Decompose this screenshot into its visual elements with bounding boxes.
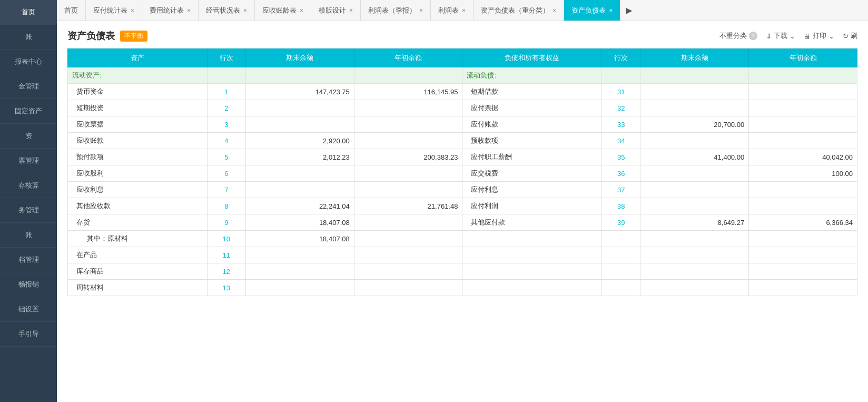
end-balance[interactable] (245, 280, 354, 296)
sidebar-item-report-center[interactable]: 报表中心 (0, 50, 57, 74)
status-badge: 不平衡 (120, 31, 147, 42)
end-balance[interactable] (245, 247, 354, 263)
liability-year-start[interactable] (749, 100, 857, 116)
sidebar-item-fund-mgmt[interactable]: 金管理 (0, 74, 57, 99)
year-start-balance[interactable] (354, 116, 462, 133)
header-liability: 负债和所有者权益 (462, 49, 602, 67)
sidebar-item-expense[interactable]: 畅报销 (0, 272, 57, 297)
liability-year-start[interactable] (749, 116, 857, 133)
year-start-balance[interactable] (354, 100, 462, 116)
year-start-balance[interactable]: 116,145.95 (354, 84, 462, 100)
download-button[interactable]: ⇓ 下载 ⌄ (766, 31, 795, 41)
tab-balance-sheet[interactable]: 资产负债表× (564, 0, 620, 21)
liability-end-balance[interactable] (640, 100, 749, 116)
sidebar-item-guide[interactable]: 手引导 (0, 322, 57, 347)
end-balance[interactable]: 22,241.04 (245, 198, 354, 214)
liability-end-balance[interactable] (640, 182, 749, 198)
sidebar-item-invoice-mgmt[interactable]: 票管理 (0, 149, 57, 173)
close-tab-balance[interactable]: × (609, 7, 613, 14)
refresh-label: 刷 (851, 31, 857, 41)
sidebar-item-account[interactable]: 账 (0, 25, 57, 50)
end-balance[interactable]: 18,407.08 (245, 231, 354, 247)
refresh-button[interactable]: ↻ 刷 (843, 31, 857, 41)
asset-label: 库存商品 (68, 263, 208, 280)
end-balance[interactable] (245, 116, 354, 133)
year-start-balance[interactable] (354, 231, 462, 247)
close-tab-payable-stats[interactable]: × (131, 7, 134, 14)
sidebar-item-basic-settings[interactable]: 础设置 (0, 297, 57, 322)
sidebar-item-fixed-assets[interactable]: 固定资产 (0, 99, 57, 124)
sidebar-item-tax-mgmt[interactable]: 务管理 (0, 198, 57, 223)
liability-year-start[interactable] (749, 263, 857, 280)
sidebar-item-ledger[interactable]: 账 (0, 223, 57, 248)
close-tab-profit-q[interactable]: × (419, 7, 423, 14)
liability-end-balance[interactable] (640, 247, 749, 263)
row-num: 6 (207, 165, 245, 182)
liability-end-balance[interactable]: 20,700.00 (640, 116, 749, 133)
end-balance[interactable] (245, 182, 354, 198)
liability-end-balance[interactable] (640, 280, 749, 296)
liability-year-start[interactable]: 100.00 (749, 165, 857, 182)
close-tab-expense-stats[interactable]: × (187, 7, 191, 14)
liability-end-balance[interactable] (640, 263, 749, 280)
year-start-balance[interactable] (354, 214, 462, 231)
tab-template-design[interactable]: 模版设计× (311, 0, 361, 21)
print-label: 打印 (813, 31, 826, 41)
liability-year-start[interactable] (749, 182, 857, 198)
liability-year-start[interactable] (749, 84, 857, 100)
liability-year-start[interactable] (749, 280, 857, 296)
tab-payable-stats[interactable]: 应付统计表× (86, 0, 142, 21)
tab-expense-stats[interactable]: 费用统计表× (142, 0, 199, 21)
sidebar-item-inventory[interactable]: 存核算 (0, 173, 57, 198)
close-tab-template[interactable]: × (349, 7, 353, 14)
liability-end-balance[interactable] (640, 133, 749, 149)
liability-row-num (601, 280, 640, 296)
end-balance[interactable]: 18,407.08 (245, 214, 354, 231)
close-tab-profit[interactable]: × (462, 7, 466, 14)
close-tab-aging[interactable]: × (300, 7, 303, 14)
liability-end-balance[interactable]: 8,649.27 (640, 214, 749, 231)
row-num: 13 (207, 280, 245, 296)
year-start-balance[interactable] (354, 247, 462, 263)
classify-toggle[interactable]: 不重分类 ? (719, 31, 757, 41)
end-balance[interactable] (245, 263, 354, 280)
liability-year-start[interactable]: 6,366.34 (749, 214, 857, 231)
tab-more-button[interactable]: ▶ (620, 0, 637, 21)
end-balance[interactable]: 2,012.23 (245, 149, 354, 165)
liability-year-start[interactable] (749, 198, 857, 214)
end-balance[interactable]: 2,920.00 (245, 133, 354, 149)
sidebar-item-capital[interactable]: 资 (0, 124, 57, 149)
sidebar-item-home[interactable]: 首页 (0, 0, 57, 25)
year-start-balance[interactable]: 200,383.23 (354, 149, 462, 165)
liability-end-balance[interactable] (640, 165, 749, 182)
liability-end-balance[interactable]: 41,400.00 (640, 149, 749, 165)
tab-receivable-aging[interactable]: 应收账龄表× (255, 0, 311, 21)
end-balance[interactable]: 147,423.75 (245, 84, 354, 100)
refresh-icon: ↻ (843, 32, 849, 40)
sidebar-item-archive-mgmt[interactable]: 档管理 (0, 248, 57, 272)
tab-home[interactable]: 首页 (57, 0, 86, 21)
liability-year-start[interactable] (749, 247, 857, 263)
liability-end-balance[interactable] (640, 198, 749, 214)
year-start-balance[interactable] (354, 133, 462, 149)
year-start-balance[interactable] (354, 263, 462, 280)
year-start-balance[interactable]: 21,761.48 (354, 198, 462, 214)
liability-end-balance[interactable] (640, 231, 749, 247)
close-tab-balance-r[interactable]: × (553, 7, 556, 14)
print-button[interactable]: 🖨 打印 ⌄ (804, 31, 834, 41)
year-start-balance[interactable] (354, 182, 462, 198)
year-start-balance[interactable] (354, 280, 462, 296)
liability-year-start[interactable] (749, 231, 857, 247)
header-row-num: 行次 (207, 49, 245, 67)
tab-balance-reclassified[interactable]: 资产负债表（重分类）× (474, 0, 564, 21)
close-tab-operation[interactable]: × (243, 7, 247, 14)
tab-profit-quarterly[interactable]: 利润表（季报）× (361, 0, 431, 21)
year-start-balance[interactable] (354, 165, 462, 182)
end-balance[interactable] (245, 100, 354, 116)
liability-year-start[interactable]: 40,042.00 (749, 149, 857, 165)
liability-end-balance[interactable] (640, 84, 749, 100)
tab-profit[interactable]: 利润表× (431, 0, 474, 21)
liability-year-start[interactable] (749, 133, 857, 149)
end-balance[interactable] (245, 165, 354, 182)
tab-operation-status[interactable]: 经营状况表× (199, 0, 255, 21)
